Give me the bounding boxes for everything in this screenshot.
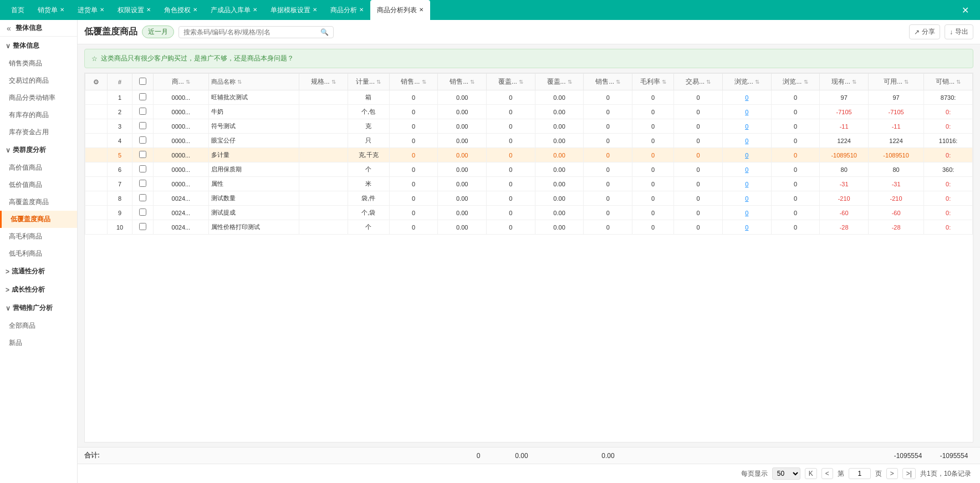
window-close-button[interactable]: ✕ <box>955 5 976 16</box>
sidebar-item-stocked-goods[interactable]: 有库存的商品 <box>0 106 77 124</box>
prev-page-button[interactable]: < <box>821 468 833 479</box>
table-cell-checkbox[interactable] <box>132 105 154 119</box>
nav-role[interactable]: 角色授权 ✕ <box>157 0 204 20</box>
column-unit[interactable]: 计量... ⇅ <box>348 74 389 90</box>
table-cell-browse1[interactable]: 0 <box>722 162 771 177</box>
nav-product-analysis[interactable]: 商品分析 ✕ <box>324 0 370 20</box>
sidebar-section-marketing[interactable]: ∨ 营销推广分析 <box>0 299 77 317</box>
table-cell-checkbox[interactable] <box>132 191 154 206</box>
sidebar-item-category-turnover[interactable]: 商品分类动销率 <box>0 89 77 106</box>
row-checkbox[interactable] <box>139 194 146 201</box>
sidebar-item-all-goods[interactable]: 全部商品 <box>0 317 77 334</box>
table-cell-browse1[interactable]: 0 <box>722 105 771 119</box>
table-cell-browse1[interactable]: 0 <box>722 134 771 148</box>
column-name[interactable]: 商品名称 ⇅ <box>208 74 299 90</box>
share-button[interactable]: ↗ 分享 <box>909 24 940 39</box>
row-checkbox[interactable] <box>139 151 146 158</box>
per-page-select[interactable]: 501020100 <box>772 467 800 480</box>
row-checkbox[interactable] <box>139 223 146 230</box>
nav-purchase[interactable]: 进货单 ✕ <box>71 0 111 20</box>
close-icon[interactable]: ✕ <box>359 0 364 20</box>
sidebar-item-sales-goods[interactable]: 销售类商品 <box>0 55 77 72</box>
column-code[interactable]: 商... ⇅ <box>153 74 208 90</box>
sidebar-item-stock-funds[interactable]: 库存资金占用 <box>0 124 77 141</box>
column-settings[interactable]: ⚙ <box>85 74 108 90</box>
column-current[interactable]: 现有... ⇅ <box>820 74 869 90</box>
next-page-button[interactable]: > <box>886 468 898 479</box>
table-cell-checkbox[interactable] <box>132 90 154 105</box>
last-page-button[interactable]: >| <box>902 468 916 479</box>
sidebar-item-new-goods[interactable]: 新品 <box>0 334 77 352</box>
search-input[interactable] <box>183 28 320 36</box>
close-icon[interactable]: ✕ <box>193 0 197 20</box>
column-saleable[interactable]: 可销... ⇅ <box>924 74 973 90</box>
table-cell-spec <box>299 206 348 220</box>
column-checkbox[interactable] <box>132 74 154 90</box>
sidebar-item-high-coverage[interactable]: 高覆盖度商品 <box>0 194 77 211</box>
table-cell-checkbox[interactable] <box>132 148 154 162</box>
nav-template-settings[interactable]: 单据模板设置 ✕ <box>264 0 324 20</box>
column-browse2[interactable]: 浏览... ⇅ <box>771 74 820 90</box>
row-checkbox[interactable] <box>139 165 146 172</box>
table-cell-browse1[interactable]: 0 <box>722 119 771 134</box>
close-icon[interactable]: ✕ <box>60 0 64 20</box>
first-page-button[interactable]: K <box>805 468 817 479</box>
column-sales-qty[interactable]: 销售... ⇅ <box>389 74 438 90</box>
nav-product-analysis-list[interactable]: 商品分析列表 ✕ <box>370 0 430 20</box>
column-sales-amt[interactable]: 销售... ⇅ <box>438 74 487 90</box>
column-sales2[interactable]: 销售... ⇅ <box>584 74 632 90</box>
search-box[interactable]: 🔍 <box>178 26 334 38</box>
close-icon[interactable]: ✕ <box>100 0 104 20</box>
table-cell-checkbox[interactable] <box>132 162 154 177</box>
row-checkbox[interactable] <box>139 108 146 115</box>
nav-permission[interactable]: 权限设置 ✕ <box>111 0 157 20</box>
sidebar-section-cluster[interactable]: ∨ 类群度分析 <box>0 141 77 159</box>
column-browse1[interactable]: 浏览... ⇅ <box>722 74 771 90</box>
close-icon[interactable]: ✕ <box>313 0 317 20</box>
row-checkbox[interactable] <box>139 180 146 187</box>
nav-home[interactable]: 首页 <box>4 0 31 20</box>
sidebar-item-high-value[interactable]: 高价值商品 <box>0 159 77 176</box>
nav-sales[interactable]: 销货单 ✕ <box>31 0 71 20</box>
table-cell-checkbox[interactable] <box>132 206 154 220</box>
row-checkbox[interactable] <box>139 122 146 129</box>
table-cell-browse1[interactable]: 0 <box>722 90 771 105</box>
sidebar-item-high-profit[interactable]: 高毛利商品 <box>0 228 77 245</box>
table-cell-browse1[interactable]: 0 <box>722 148 771 162</box>
row-checkbox[interactable] <box>139 209 146 216</box>
export-button[interactable]: ↓ 导出 <box>945 24 973 39</box>
column-spec[interactable]: 规格... ⇅ <box>299 74 348 90</box>
close-icon[interactable]: ✕ <box>253 0 257 20</box>
select-all-checkbox[interactable] <box>139 78 146 85</box>
sidebar-item-low-profit[interactable]: 低毛利商品 <box>0 245 77 262</box>
table-cell-checkbox[interactable] <box>132 177 154 191</box>
sidebar-collapse-toggle[interactable]: « <box>4 24 13 33</box>
table-cell-checkbox[interactable] <box>132 119 154 134</box>
table-cell-browse1[interactable]: 0 <box>722 191 771 206</box>
table-cell-name: 牛奶 <box>208 105 299 119</box>
table-cell-checkbox[interactable] <box>132 134 154 148</box>
table-cell-browse1[interactable]: 0 <box>722 177 771 191</box>
sidebar-item-low-value[interactable]: 低价值商品 <box>0 176 77 194</box>
sidebar-section-circulation[interactable]: > 流通性分析 <box>0 262 77 281</box>
column-gross-rate[interactable]: 毛利率 ⇅ <box>632 74 674 90</box>
sidebar-item-traded-goods[interactable]: 交易过的商品 <box>0 72 77 89</box>
row-checkbox[interactable] <box>139 93 146 100</box>
close-icon[interactable]: ✕ <box>419 0 423 20</box>
sidebar-item-low-coverage[interactable]: 低覆盖度商品 <box>0 211 77 228</box>
column-cover2[interactable]: 覆盖... ⇅ <box>535 74 584 90</box>
table-cell-browse1[interactable]: 0 <box>722 206 771 220</box>
filter-recent-month-button[interactable]: 近一月 <box>142 26 174 38</box>
table-cell-checkbox[interactable] <box>132 220 154 235</box>
sidebar-section-growth[interactable]: > 成长性分析 <box>0 281 77 299</box>
close-icon[interactable]: ✕ <box>146 0 151 20</box>
table-cell-browse1[interactable]: 0 <box>722 220 771 235</box>
sidebar-section-general[interactable]: ∨ 整体信息 <box>0 37 77 55</box>
column-available[interactable]: 可用... ⇅ <box>869 74 924 90</box>
column-trade[interactable]: 交易... ⇅ <box>674 74 723 90</box>
nav-product-storage[interactable]: 产成品入库单 ✕ <box>204 0 264 20</box>
table-cell-current: -210 <box>820 191 869 206</box>
column-cover1[interactable]: 覆盖... ⇅ <box>487 74 535 90</box>
page-input[interactable] <box>849 468 871 479</box>
row-checkbox[interactable] <box>139 136 146 144</box>
